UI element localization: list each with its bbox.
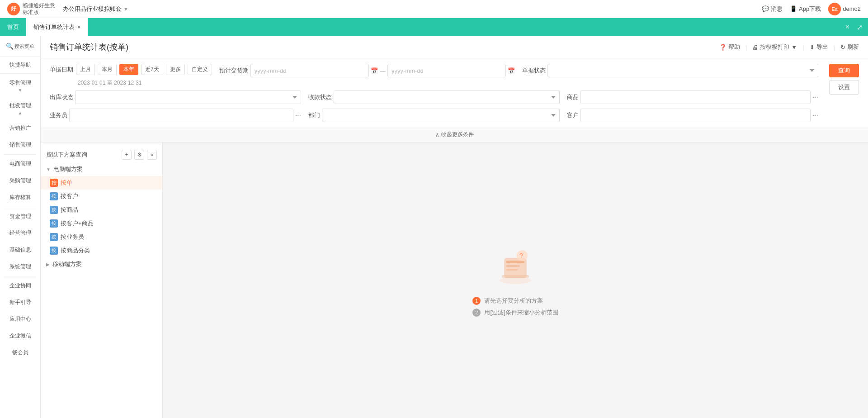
sidebar-item-retail[interactable]: 零售管理 ▼ [0, 75, 40, 97]
payment-status-select[interactable] [334, 90, 560, 104]
sidebar-menu-section: 零售管理 ▼ 批发管理 ▲ 营销推广 销售管理 电商管理 采购管理 库存核算 [0, 74, 40, 362]
tab-sales-order-stat[interactable]: 销售订单统计表 × [26, 18, 88, 36]
panel-collapse-button[interactable]: « [147, 150, 157, 160]
panel-add-button[interactable]: + [122, 150, 132, 160]
print-dropdown-icon[interactable]: ▼ [791, 44, 797, 51]
filter-settings-button[interactable]: 设置 [829, 80, 859, 95]
sidebar-item-marketing[interactable]: 营销推广 [0, 120, 40, 137]
last-month-btn[interactable]: 上月 [76, 64, 95, 75]
sidebar-item-basic[interactable]: 基础信息 [0, 242, 40, 258]
more-date-btn[interactable]: 更多 [166, 64, 185, 75]
this-month-btn[interactable]: 本月 [98, 64, 117, 75]
page-title: 销售订单统计表(按单) [50, 42, 128, 58]
topbar: 好 畅捷通好生意 标准版 办公用品行业模拟账套 ▼ 💬 消息 📱 App下载 E… [0, 0, 868, 18]
expected-delivery-end-input[interactable] [387, 64, 506, 77]
svg-rect-7 [502, 275, 529, 278]
pc-section-label: 电脑端方案 [53, 165, 83, 173]
empty-state: ? 1 请先选择要分析的方案 2 用[过滤]条件来缩小分析范围 [472, 244, 558, 317]
sidebar-item-newbie[interactable]: 新手引导 [0, 294, 40, 311]
delivery-status-group: 出库状态 [50, 90, 301, 104]
message-icon: 💬 [762, 5, 769, 12]
sidebar-item-operations[interactable]: 经营管理 [0, 225, 40, 242]
user-profile-button[interactable]: Ea demo2 [828, 3, 861, 15]
tree-item-by-customer[interactable]: 按 按客户 [41, 190, 162, 203]
help-button[interactable]: ❓ 帮助 [719, 43, 740, 51]
sidebar-item-system[interactable]: 系统管理 [0, 258, 40, 275]
page-header: 销售订单统计表(按单) ❓ 帮助 | 🖨 按模板打印 ▼ | ⬇ 导出 | [41, 36, 868, 58]
sidebar-item-enterprise[interactable]: 企业协同 [0, 277, 40, 294]
message-button[interactable]: 💬 消息 [762, 5, 783, 13]
tree-item-by-product[interactable]: 按 按商品 [41, 203, 162, 217]
sidebar: 🔍 搜索菜单 快捷导航 零售管理 ▼ 批发管理 ▲ 营销推广 销售管理 [0, 36, 41, 418]
expected-delivery-start-input[interactable] [250, 64, 369, 77]
query-button[interactable]: 查询 [829, 64, 859, 77]
empty-hint-2: 2 用[过滤]条件来缩小分析范围 [472, 309, 558, 317]
window-maximize-icon[interactable]: ⤢ [855, 21, 864, 33]
calendar-icon-1[interactable]: 📅 [371, 67, 378, 74]
search-menu-button[interactable]: 🔍 搜索菜单 [2, 40, 38, 52]
calendar-icon-2[interactable]: 📅 [508, 67, 515, 74]
tree-parent-mobile[interactable]: ▶ 移动端方案 [41, 257, 162, 271]
salesperson-input[interactable] [69, 109, 293, 122]
date-filter-label: 单据日期 [50, 66, 73, 74]
tree-item-by-salesperson[interactable]: 按 按业务员 [41, 230, 162, 244]
date-range-display: 2023-01-01 至 2023-12-31 [50, 79, 859, 87]
empty-hint-1: 1 请先选择要分析的方案 [472, 297, 558, 305]
refresh-button[interactable]: ↻ 刷新 [840, 43, 859, 51]
page-header-actions: ❓ 帮助 | 🖨 按模板打印 ▼ | ⬇ 导出 | ↻ 刷新 [719, 43, 859, 57]
sidebar-item-wholesale[interactable]: 批发管理 ▲ [0, 97, 40, 120]
sidebar-item-vip[interactable]: 畅会员 [0, 344, 40, 361]
sidebar-item-inventory[interactable]: 库存核算 [0, 189, 40, 206]
doc-status-group: 单据状态 ▼ [522, 64, 818, 77]
expected-delivery-group: 预计交货期 📅 — 📅 [219, 64, 515, 77]
tree-item-by-category[interactable]: 按 按商品分类 [41, 244, 162, 257]
logo-text: 畅捷通好生意 标准版 [23, 2, 55, 15]
sidebar-search-section: 🔍 搜索菜单 [0, 36, 40, 57]
customer-input[interactable] [580, 109, 811, 122]
this-year-btn[interactable]: 本年 [119, 64, 138, 75]
sidebar-item-apps[interactable]: 应用中心 [0, 311, 40, 328]
download-icon: 📱 [790, 5, 797, 12]
tree-expand-icon-pc: ▼ [46, 167, 51, 172]
left-panel: 按以下方案查询 + ⚙ « ▼ 电脑端方案 按 [41, 142, 163, 418]
salesperson-more-icon[interactable]: ··· [295, 111, 301, 119]
product-input[interactable] [580, 90, 811, 104]
date-filter-group: 单据日期 上月 本月 本年 近7天 更多 自定义 [50, 64, 212, 75]
filter-container: 单据日期 上月 本月 本年 近7天 更多 自定义 预计交货期 [41, 58, 868, 127]
delivery-status-select[interactable] [75, 90, 301, 104]
tree-item-by-cust-prod[interactable]: 按 按客户+商品 [41, 217, 162, 230]
tab-home[interactable]: 首页 [0, 18, 26, 36]
last-7-days-btn[interactable]: 近7天 [141, 64, 163, 75]
doc-status-select[interactable] [547, 64, 818, 77]
customer-more-icon[interactable]: ··· [812, 111, 818, 119]
product-filter-group: 商品 ··· [567, 90, 818, 104]
tab-close-icon[interactable]: × [77, 24, 80, 30]
tree-item-by-order[interactable]: 按 按单 [41, 176, 162, 190]
breadcrumb-arrow-icon[interactable]: ▼ [123, 6, 128, 12]
window-close-icon[interactable]: × [844, 21, 851, 33]
sidebar-item-finance[interactable]: 资金管理 [0, 208, 40, 225]
quick-nav-label: 快捷导航 [9, 61, 31, 69]
collapse-bar[interactable]: ∧ 收起更多条件 [41, 127, 868, 142]
product-label: 商品 [567, 93, 579, 101]
quick-nav-section: 快捷导航 [0, 57, 40, 74]
tree-parent-pc[interactable]: ▼ 电脑端方案 [41, 162, 162, 176]
breadcrumb[interactable]: 办公用品行业模拟账套 ▼ [63, 5, 128, 13]
payment-status-group: 收款状态 [308, 90, 560, 104]
tree-icon-by-salesperson: 按 [50, 233, 58, 241]
panel-settings-button[interactable]: ⚙ [134, 150, 144, 160]
sidebar-item-sales[interactable]: 销售管理 [0, 137, 40, 153]
export-button[interactable]: ⬇ 导出 [810, 43, 828, 51]
sidebar-item-wechat[interactable]: 企业微信 [0, 328, 40, 344]
custom-date-btn[interactable]: 自定义 [188, 64, 212, 75]
svg-rect-4 [506, 269, 518, 271]
app-download-button[interactable]: 📱 App下载 [790, 5, 821, 13]
department-select[interactable] [322, 109, 560, 122]
sidebar-item-purchase[interactable]: 采购管理 [0, 172, 40, 189]
expected-delivery-label: 预计交货期 [219, 66, 249, 75]
filter-row-1: 单据日期 上月 本月 本年 近7天 更多 自定义 预计交货期 [50, 64, 859, 77]
product-more-icon[interactable]: ··· [812, 93, 818, 101]
quick-nav-button[interactable]: 快捷导航 [0, 58, 40, 71]
sidebar-item-ecommerce[interactable]: 电商管理 [0, 156, 40, 172]
template-print-button[interactable]: 🖨 按模板打印 ▼ [752, 43, 797, 51]
